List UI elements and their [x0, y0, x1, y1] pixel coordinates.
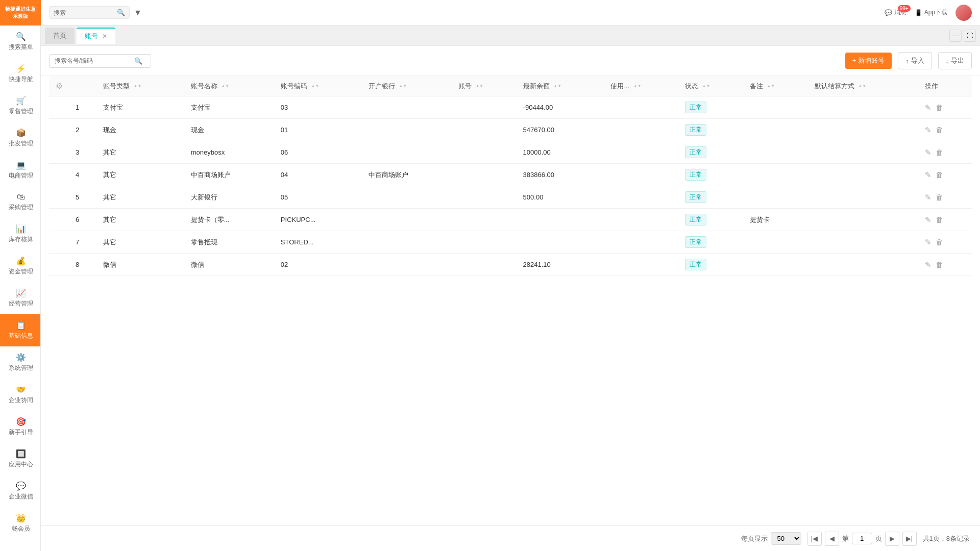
sidebar-item-member[interactable]: 👑畅会员 — [0, 507, 40, 539]
sidebar-label-inventory: 库存核算 — [9, 235, 33, 244]
col-usage[interactable]: 使用... ▲▼ — [604, 76, 679, 96]
per-page-select[interactable]: 50 100 200 — [771, 532, 801, 545]
sidebar-item-purchase[interactable]: 🛍采购管理 — [0, 186, 40, 218]
edit-button-0[interactable]: ✎ — [925, 103, 932, 112]
content-area: 🔍 + 新增账号 ↑ 导入 ↓ 导出 ⚙ — [41, 46, 980, 551]
edit-button-3[interactable]: ✎ — [925, 170, 932, 180]
tab-account[interactable]: 账号 ✕ — [77, 28, 115, 44]
col-name[interactable]: 账号名称 ▲▼ — [185, 76, 275, 96]
col-bank[interactable]: 开户银行 ▲▼ — [362, 76, 452, 96]
page-first-button[interactable]: |◀ — [807, 532, 822, 546]
col-default-settle[interactable]: 默认结算方式 ▲▼ — [808, 76, 919, 96]
col-type[interactable]: 账号类型 ▲▼ — [97, 76, 185, 96]
sidebar-item-appcenter[interactable]: 🔲应用中心 — [0, 443, 40, 475]
table-row: 3 其它 moneybosx 06 10000.00 正常 ✎ 🗑 — [49, 141, 972, 164]
delete-button-7[interactable]: 🗑 — [936, 260, 943, 269]
row-name-5: 提货卡（零... — [185, 209, 275, 231]
row-status-7: 正常 — [679, 254, 744, 276]
page-next-button[interactable]: ▶ — [885, 532, 899, 546]
delete-button-2[interactable]: 🗑 — [936, 148, 943, 157]
topbar-app-download[interactable]: 📱 App下载 — [915, 8, 947, 17]
export-button[interactable]: ↓ 导出 — [938, 52, 972, 69]
sidebar-label-basic: 基础信息 — [9, 332, 33, 340]
account-search-box[interactable]: 🔍 — [49, 54, 151, 68]
sidebar-icon-appcenter: 🔲 — [16, 449, 26, 459]
account-search-input[interactable] — [55, 57, 131, 64]
page-word: 第 — [842, 534, 849, 543]
tab-min-button[interactable]: — — [949, 30, 962, 42]
sidebar-item-search[interactable]: 🔍搜索菜单 — [0, 26, 40, 58]
row-default-settle-4 — [808, 186, 919, 209]
sidebar-item-wholesale[interactable]: 📦批发管理 — [0, 122, 40, 154]
pagination: 每页显示 50 100 200 |◀ ◀ 第 页 ▶ ▶| 共1页，8条记录 — [41, 525, 980, 551]
sidebar-icon-inventory: 📊 — [16, 224, 26, 234]
row-status-4: 正常 — [679, 186, 744, 209]
sidebar-nav: 🔍搜索菜单⚡快捷导航🛒零售管理📦批发管理💻电商管理🛍采购管理📊库存核算💰资金管理… — [0, 26, 40, 551]
actions-group-6: ✎ 🗑 — [925, 238, 966, 247]
delete-button-6[interactable]: 🗑 — [936, 238, 943, 246]
edit-button-5[interactable]: ✎ — [925, 215, 932, 224]
sidebar-item-basic[interactable]: 📋基础信息 — [0, 314, 40, 346]
sidebar-item-inventory[interactable]: 📊库存核算 — [0, 218, 40, 250]
sidebar-label-operation: 经营管理 — [9, 299, 33, 308]
row-default-settle-0 — [808, 96, 919, 119]
tab-account-close[interactable]: ✕ — [102, 33, 107, 40]
sidebar-item-retail[interactable]: 🛒零售管理 — [0, 90, 40, 122]
tab-max-button[interactable]: ⛶ — [964, 30, 976, 42]
user-avatar[interactable] — [955, 5, 972, 21]
row-usage-7 — [604, 254, 679, 276]
sidebar-item-guide[interactable]: 🎯新手引导 — [0, 411, 40, 443]
sidebar-item-wechat[interactable]: 💬企业微信 — [0, 475, 40, 507]
edit-button-1[interactable]: ✎ — [925, 126, 932, 135]
delete-button-1[interactable]: 🗑 — [936, 126, 943, 134]
col-status[interactable]: 状态 ▲▼ — [679, 76, 744, 96]
delete-button-0[interactable]: 🗑 — [936, 103, 943, 112]
table-row: 2 现金 现金 01 547670.00 正常 ✎ 🗑 — [49, 119, 972, 141]
row-settings-4 — [49, 186, 69, 209]
edit-button-7[interactable]: ✎ — [925, 260, 932, 269]
topbar-search-input[interactable] — [54, 9, 115, 16]
status-badge-7: 正常 — [685, 259, 706, 270]
edit-button-2[interactable]: ✎ — [925, 148, 932, 157]
sidebar-item-ecommerce[interactable]: 💻电商管理 — [0, 154, 40, 186]
col-account[interactable]: 账号 ▲▼ — [452, 76, 517, 96]
row-num-7: 8 — [69, 254, 97, 276]
main-container: 🔍 ▼ 💬 消息 99+ 📱 App下载 首页 账 — [41, 0, 980, 551]
topbar-dropdown[interactable]: ▼ — [134, 8, 142, 17]
page-number-input[interactable] — [852, 533, 872, 544]
row-balance-7: 28241.10 — [517, 254, 605, 276]
sidebar-item-operation[interactable]: 📈经营管理 — [0, 282, 40, 314]
col-code[interactable]: 账号编码 ▲▼ — [275, 76, 362, 96]
page-prev-button[interactable]: ◀ — [825, 532, 839, 546]
sort-status-icon: ▲▼ — [702, 84, 710, 88]
table-settings-icon[interactable]: ⚙ — [56, 82, 63, 90]
topbar-message[interactable]: 💬 消息 99+ — [885, 8, 906, 17]
page-last-button[interactable]: ▶| — [902, 532, 917, 546]
delete-button-3[interactable]: 🗑 — [936, 170, 943, 179]
edit-button-6[interactable]: ✎ — [925, 238, 932, 247]
tabbar: 首页 账号 ✕ — ⛶ — [41, 26, 980, 46]
sidebar-item-quicknav[interactable]: ⚡快捷导航 — [0, 58, 40, 90]
tab-home[interactable]: 首页 — [45, 28, 75, 44]
row-actions-4: ✎ 🗑 — [919, 186, 972, 209]
row-usage-5 — [604, 209, 679, 231]
row-account-5 — [452, 209, 517, 231]
row-settings-7 — [49, 254, 69, 276]
status-badge-6: 正常 — [685, 236, 706, 248]
sidebar-item-finance[interactable]: 💰资金管理 — [0, 250, 40, 282]
delete-button-4[interactable]: 🗑 — [936, 193, 943, 202]
import-button[interactable]: ↑ 导入 — [898, 52, 932, 69]
add-account-button[interactable]: + 新增账号 — [845, 53, 892, 69]
col-balance[interactable]: 最新余额 ▲▼ — [517, 76, 605, 96]
row-type-5: 其它 — [97, 209, 185, 231]
row-bank-1 — [362, 119, 452, 141]
sidebar-item-enterprise[interactable]: 🤝企业协同 — [0, 379, 40, 411]
delete-button-5[interactable]: 🗑 — [936, 215, 943, 224]
sidebar-item-system[interactable]: ⚙️系统管理 — [0, 346, 40, 379]
topbar-search[interactable]: 🔍 — [49, 6, 130, 19]
col-note[interactable]: 备注 ▲▼ — [744, 76, 808, 96]
row-actions-5: ✎ 🗑 — [919, 209, 972, 231]
message-icon: 💬 — [885, 9, 892, 16]
edit-button-4[interactable]: ✎ — [925, 193, 932, 202]
app-logo: 畅捷通好生意 乐渡版 — [0, 0, 41, 26]
